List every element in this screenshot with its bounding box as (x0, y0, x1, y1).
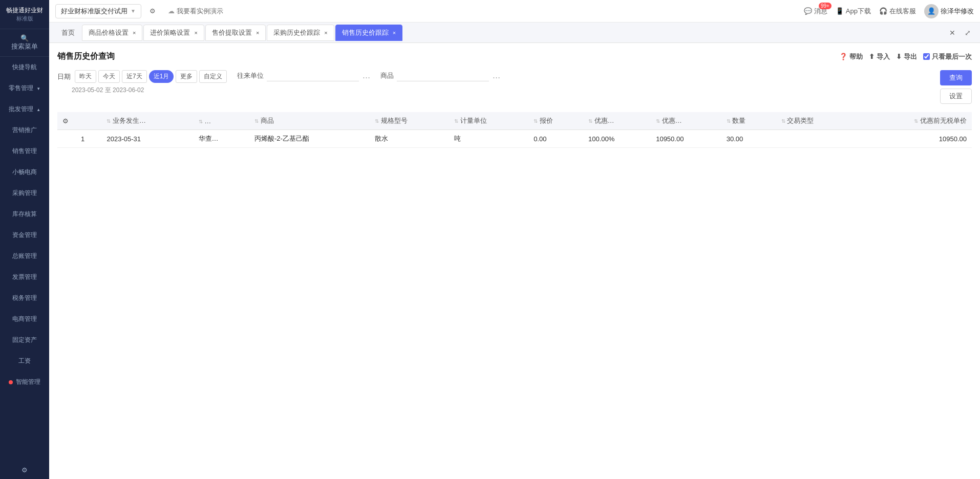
date-btn-more[interactable]: 更多 (176, 70, 197, 83)
from-company-input[interactable] (267, 70, 359, 81)
sidebar-item-invoice[interactable]: 发票管理 (0, 267, 49, 288)
sidebar-search[interactable]: 🔍 搜索菜单 (0, 29, 49, 57)
tab-home-label: 首页 (61, 28, 75, 37)
online-service-button[interactable]: 🎧 在线客服 (879, 7, 916, 16)
date-filter-label: 日期 (57, 72, 71, 81)
sort-more-icon: ⇅ (199, 119, 203, 124)
col-quote[interactable]: ⇅ 报价 (528, 112, 583, 130)
sidebar-item-finance[interactable]: 资金管理 (0, 225, 49, 246)
logo-title: 畅捷通好业财 (4, 6, 45, 15)
sidebar-item-fixed-assets[interactable]: 固定资产 (0, 330, 49, 351)
sidebar-item-salary-label: 工资 (18, 357, 31, 364)
product-label: 商品 (380, 71, 394, 80)
tab-purchase-strategy-close[interactable]: × (194, 30, 197, 36)
col-spec[interactable]: ⇅ 规格型号 (370, 112, 449, 130)
help-label: 帮助 (849, 52, 863, 61)
tab-purchase-strategy[interactable]: 进价策略设置 × (143, 25, 204, 41)
col-product[interactable]: ⇅ 商品 (249, 112, 370, 130)
maximize-button[interactable]: ⤢ (962, 27, 974, 39)
tab-price-settings[interactable]: 商品价格设置 × (82, 25, 142, 41)
export-button[interactable]: ⬇ 导出 (896, 52, 917, 61)
sort-discount1-icon: ⇅ (588, 118, 592, 124)
tab-home[interactable]: 首页 (55, 25, 81, 40)
demo-label: 我要看实例演示 (177, 7, 223, 16)
only-last-checkbox-label[interactable]: 只看最后一次 (923, 52, 972, 61)
sidebar-item-sales[interactable]: 销售管理 (0, 141, 49, 162)
product-dots-button[interactable]: … (492, 71, 500, 80)
tab-purchase-strategy-label: 进价策略设置 (150, 28, 190, 37)
col-pretax-price[interactable]: ⇅ 优惠前无税单价 (856, 112, 972, 130)
sidebar-item-ecommerce-small[interactable]: 小畅电商 (0, 162, 49, 183)
date-btn-1month[interactable]: 近1月 (149, 70, 174, 83)
col-discount1[interactable]: ⇅ 优惠… (583, 112, 651, 130)
sidebar-item-salary[interactable]: 工资 (0, 351, 49, 372)
sidebar-item-finance-label: 资金管理 (12, 231, 37, 238)
sidebar-item-accounting[interactable]: 总账管理 (0, 246, 49, 267)
sidebar-item-tax[interactable]: 税务管理 (0, 288, 49, 309)
sidebar-item-retail[interactable]: 零售管理 (0, 78, 49, 99)
sort-trade-icon: ⇅ (781, 118, 785, 124)
sidebar-item-inventory-label: 库存核算 (12, 210, 37, 217)
date-btn-7days[interactable]: 近7天 (122, 70, 147, 83)
help-button[interactable]: ❓ 帮助 (839, 52, 863, 61)
sidebar-logo: 畅捷通好业财 标准版 (0, 0, 49, 29)
tab-price-settings-label: 商品价格设置 (89, 28, 129, 37)
sort-spec-icon: ⇅ (375, 118, 379, 124)
product-selector[interactable]: 好业财标准版交付试用 ▼ (55, 4, 141, 18)
logo-subtitle: 标准版 (4, 15, 45, 23)
shortcut-label: 快捷导航 (12, 63, 37, 71)
col-more[interactable]: ⇅ … (194, 112, 249, 130)
close-window-button[interactable]: ✕ (946, 27, 958, 39)
tab-sales-history-close[interactable]: × (393, 30, 396, 36)
col-gear[interactable]: ⚙ (57, 112, 76, 130)
tab-purchase-history[interactable]: 采购历史价跟踪 × (267, 25, 334, 41)
date-btn-custom[interactable]: 自定义 (199, 70, 227, 83)
tab-sales-history[interactable]: 销售历史价跟踪 × (335, 25, 402, 41)
sidebar-item-fixed-assets-label: 固定资产 (12, 336, 37, 343)
sidebar-item-wholesale[interactable]: 批发管理 (0, 99, 49, 120)
only-last-checkbox[interactable] (923, 53, 930, 60)
table-header-row: ⚙ ⇅ 业务发生… ⇅ … ⇅ 商品 (57, 112, 972, 130)
sidebar: 畅捷通好业财 标准版 🔍 搜索菜单 快捷导航 零售管理 批发管理 营销推广 销售… (0, 0, 49, 479)
sidebar-item-invoice-label: 发票管理 (12, 273, 37, 280)
gear-icon: ⚙ (22, 466, 28, 474)
settings-button[interactable]: 设置 (940, 89, 972, 104)
topbar-settings-button[interactable]: ⚙ (145, 4, 160, 18)
page-title-actions: ❓ 帮助 ⬆ 导入 ⬇ 导出 只看最后一次 (839, 52, 972, 61)
demo-button[interactable]: ☁ 我要看实例演示 (168, 7, 223, 16)
sidebar-item-retail-label: 零售管理 (9, 84, 33, 92)
cloud-icon: ☁ (168, 7, 175, 15)
sort-discount2-icon: ⇅ (656, 118, 660, 124)
date-btn-today[interactable]: 今天 (98, 70, 120, 83)
sidebar-item-ecommerce[interactable]: 电商管理 (0, 309, 49, 330)
sidebar-item-purchase[interactable]: 采购管理 (0, 183, 49, 204)
user-menu[interactable]: 👤 徐泽华修改 (924, 4, 974, 18)
product-input[interactable] (397, 70, 489, 81)
sidebar-item-inventory[interactable]: 库存核算 (0, 204, 49, 225)
tab-purchase-history-close[interactable]: × (324, 30, 327, 36)
product-name: 好业财标准版交付试用 (61, 7, 127, 16)
sort-unit-icon: ⇅ (454, 118, 458, 124)
app-download-button[interactable]: 📱 App下载 (836, 7, 871, 16)
col-quantity[interactable]: ⇅ 数量 (721, 112, 776, 130)
query-button[interactable]: 查询 (940, 70, 972, 85)
from-company-dots-button[interactable]: … (362, 71, 370, 80)
phone-icon: 📱 (836, 7, 844, 15)
sidebar-settings-button[interactable]: ⚙ (0, 461, 49, 479)
col-unit[interactable]: ⇅ 计量单位 (449, 112, 528, 130)
date-btn-yesterday[interactable]: 昨天 (75, 70, 96, 83)
import-icon: ⬆ (869, 53, 875, 60)
col-discount2[interactable]: ⇅ 优惠… (651, 112, 721, 130)
chevron-down-icon: ▼ (131, 8, 136, 14)
tab-price-extract-close[interactable]: × (256, 30, 259, 36)
import-button[interactable]: ⬆ 导入 (869, 52, 890, 61)
tab-price-extract[interactable]: 售价提取设置 × (205, 25, 266, 41)
col-business-date[interactable]: ⇅ 业务发生… (101, 112, 193, 130)
message-button[interactable]: 💬 消息 99+ (804, 7, 827, 16)
sidebar-item-smart[interactable]: 智能管理 (0, 372, 49, 393)
col-trade-type[interactable]: ⇅ 交易类型 (776, 112, 856, 130)
sidebar-item-marketing[interactable]: 营销推广 (0, 120, 49, 141)
tab-price-settings-close[interactable]: × (133, 30, 136, 36)
sidebar-shortcut[interactable]: 快捷导航 (0, 57, 49, 78)
sort-asc-icon: ⇅ (106, 118, 111, 124)
